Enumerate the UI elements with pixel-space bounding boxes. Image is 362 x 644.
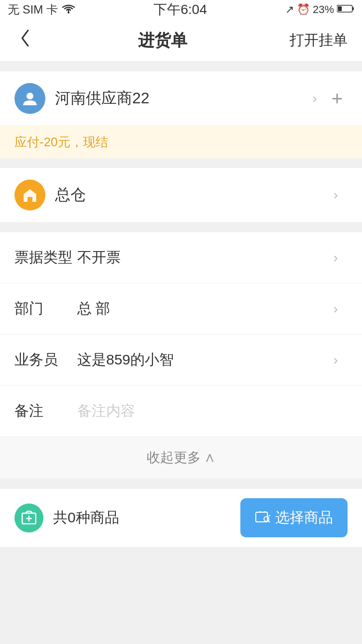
- status-bar: 无 SIM 卡 下午6:04 ↗ ⏰ 23%: [0, 0, 362, 19]
- wifi-icon: [62, 3, 75, 16]
- svg-line-12: [269, 515, 270, 516]
- remark-row[interactable]: 备注 备注内容: [0, 386, 362, 437]
- page-title: 进货单: [138, 29, 187, 52]
- status-left: 无 SIM 卡: [8, 2, 75, 17]
- chevron-right-icon: ›: [334, 187, 338, 203]
- remark-label: 备注: [14, 401, 77, 421]
- select-product-button[interactable]: 选择商品: [240, 498, 348, 537]
- gap-3: [0, 223, 362, 232]
- sim-label: 无 SIM 卡: [8, 2, 58, 17]
- location-icon: ↗: [285, 3, 294, 16]
- invoice-type-label: 票据类型: [14, 248, 77, 267]
- product-count: 共0种商品: [53, 508, 240, 528]
- department-value: 总 部: [77, 299, 334, 319]
- gap-2: [0, 158, 362, 168]
- remark-input[interactable]: 备注内容: [77, 401, 348, 421]
- supplier-name: 河南供应商22: [55, 88, 312, 109]
- alarm-icon: ⏰: [297, 3, 310, 16]
- back-button[interactable]: [14, 24, 36, 57]
- invoice-type-value: 不开票: [77, 248, 334, 267]
- invoice-type-row[interactable]: 票据类型 不开票 ›: [0, 232, 362, 283]
- salesperson-value: 这是859的小智: [77, 350, 334, 370]
- open-pending-button[interactable]: 打开挂单: [290, 30, 348, 50]
- battery-icon: [337, 3, 354, 16]
- chevron-right-icon: ›: [334, 250, 338, 266]
- form-section: 票据类型 不开票 › 部门 总 部 › 业务员 这是859的小智 › 备注 备注…: [0, 232, 362, 437]
- supplier-avatar: [14, 83, 45, 114]
- svg-point-4: [27, 93, 33, 99]
- add-button[interactable]: +: [327, 88, 348, 110]
- warehouse-section: 总仓 ›: [0, 168, 362, 223]
- collapse-button[interactable]: 收起更多 ∧: [0, 437, 362, 478]
- svg-rect-2: [352, 7, 354, 10]
- chevron-right-icon: ›: [334, 352, 338, 368]
- chevron-right-icon: ›: [312, 91, 317, 106]
- supplier-row[interactable]: 河南供应商22 › +: [0, 71, 362, 126]
- svg-rect-3: [338, 6, 342, 11]
- svg-point-11: [264, 517, 269, 521]
- select-product-label: 选择商品: [275, 508, 333, 528]
- supplier-section: 河南供应商22 › + 应付-20元，现结: [0, 71, 362, 158]
- bottom-bar: 共0种商品 选择商品: [0, 488, 362, 547]
- status-right: ↗ ⏰ 23%: [285, 3, 354, 16]
- notice-bar: 应付-20元，现结: [0, 126, 362, 158]
- product-icon: [14, 504, 43, 532]
- nav-bar: 进货单 打开挂单: [0, 19, 362, 62]
- warehouse-name: 总仓: [55, 184, 334, 206]
- chevron-right-icon: ›: [334, 301, 338, 317]
- svg-point-0: [68, 12, 70, 14]
- battery-label: 23%: [313, 3, 334, 16]
- status-time: 下午6:04: [153, 0, 207, 19]
- warehouse-row[interactable]: 总仓 ›: [0, 168, 362, 223]
- salesperson-label: 业务员: [14, 350, 77, 370]
- salesperson-row[interactable]: 业务员 这是859的小智 ›: [0, 335, 362, 386]
- department-row[interactable]: 部门 总 部 ›: [0, 283, 362, 335]
- department-label: 部门: [14, 299, 77, 319]
- warehouse-icon: [14, 180, 45, 210]
- content-area: [0, 547, 362, 644]
- svg-rect-5: [28, 197, 32, 202]
- gap-4: [0, 478, 362, 488]
- gap-1: [0, 62, 362, 71]
